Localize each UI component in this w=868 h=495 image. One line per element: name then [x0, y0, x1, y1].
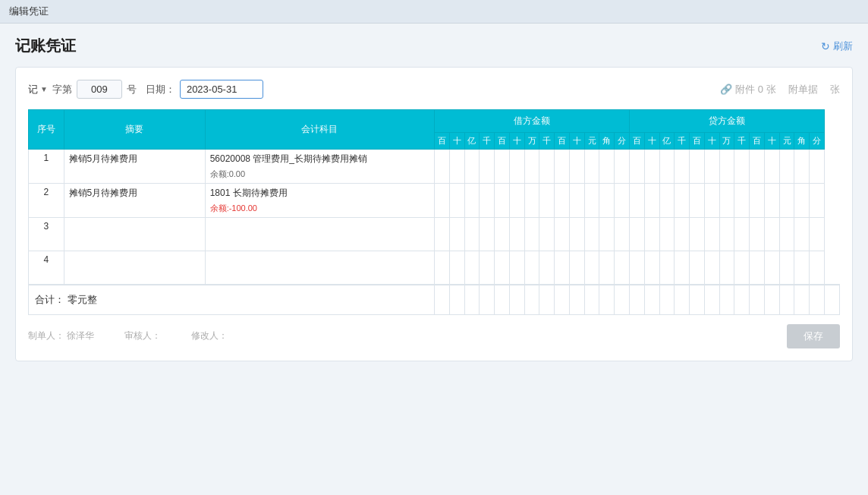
row3-d12[interactable] — [599, 218, 615, 251]
row1-d9[interactable] — [555, 150, 570, 184]
type-dropdown[interactable]: 记 ▼ — [28, 83, 48, 96]
row1-c8[interactable] — [734, 150, 750, 184]
row2-d9[interactable] — [555, 184, 570, 218]
save-button[interactable]: 保存 — [787, 324, 840, 348]
row4-c2[interactable] — [644, 251, 659, 285]
row3-c10[interactable] — [764, 218, 779, 251]
row4-d7[interactable] — [524, 251, 539, 285]
row2-d12[interactable] — [599, 184, 615, 218]
row1-d11[interactable] — [584, 150, 599, 184]
row1-c9[interactable] — [750, 150, 765, 184]
row4-c12[interactable] — [794, 251, 810, 285]
row2-d2[interactable] — [449, 184, 464, 218]
row4-d3[interactable] — [464, 251, 480, 285]
row3-d7[interactable] — [524, 218, 539, 251]
row4-c9[interactable] — [750, 251, 765, 285]
row3-d11[interactable] — [584, 218, 599, 251]
row4-c8[interactable] — [734, 251, 750, 285]
row3-c13[interactable] — [810, 218, 825, 251]
row2-c3[interactable] — [659, 184, 675, 218]
row1-d4[interactable] — [480, 150, 495, 184]
row2-d10[interactable] — [569, 184, 584, 218]
refresh-button[interactable]: ↻ 刷新 — [821, 39, 853, 53]
row4-d12[interactable] — [599, 251, 615, 285]
row2-c8[interactable] — [734, 184, 750, 218]
row3-account[interactable] — [205, 218, 434, 251]
row2-c13[interactable] — [810, 184, 825, 218]
row4-c6[interactable] — [704, 251, 719, 285]
row3-c11[interactable] — [779, 218, 794, 251]
row2-summary[interactable]: 摊销5月待摊费用 — [64, 184, 205, 218]
row4-d10[interactable] — [569, 251, 584, 285]
row4-d5[interactable] — [495, 251, 510, 285]
row1-c11[interactable] — [779, 150, 794, 184]
row3-c1[interactable] — [630, 218, 645, 251]
row4-d9[interactable] — [555, 251, 570, 285]
row1-c2[interactable] — [644, 150, 659, 184]
row4-d6[interactable] — [509, 251, 524, 285]
row1-c3[interactable] — [659, 150, 675, 184]
row2-c9[interactable] — [750, 184, 765, 218]
row3-d8[interactable] — [539, 218, 555, 251]
row2-c4[interactable] — [675, 184, 690, 218]
row4-d8[interactable] — [539, 251, 555, 285]
row1-d1[interactable] — [435, 150, 450, 184]
row1-c12[interactable] — [794, 150, 810, 184]
row2-d7[interactable] — [524, 184, 539, 218]
row3-c7[interactable] — [719, 218, 734, 251]
row2-c12[interactable] — [794, 184, 810, 218]
attachment-link[interactable]: 🔗 附件 0 张 — [720, 83, 776, 96]
row2-d5[interactable] — [495, 184, 510, 218]
row4-d2[interactable] — [449, 251, 464, 285]
row1-c10[interactable] — [764, 150, 779, 184]
row4-c7[interactable] — [719, 251, 734, 285]
row2-c7[interactable] — [719, 184, 734, 218]
row3-c9[interactable] — [750, 218, 765, 251]
row4-c3[interactable] — [659, 251, 675, 285]
row4-d11[interactable] — [584, 251, 599, 285]
row3-c12[interactable] — [794, 218, 810, 251]
row1-c1[interactable] — [630, 150, 645, 184]
row3-c3[interactable] — [659, 218, 675, 251]
row1-d13[interactable] — [615, 150, 630, 184]
row4-c13[interactable] — [810, 251, 825, 285]
row1-c7[interactable] — [719, 150, 734, 184]
row1-c6[interactable] — [704, 150, 719, 184]
row1-d6[interactable] — [509, 150, 524, 184]
row4-d4[interactable] — [480, 251, 495, 285]
row4-d13[interactable] — [615, 251, 630, 285]
row4-d1[interactable] — [435, 251, 450, 285]
row2-account[interactable]: 1801 长期待摊费用 余额:-100.00 — [205, 184, 434, 218]
row4-c1[interactable] — [630, 251, 645, 285]
row2-d8[interactable] — [539, 184, 555, 218]
row4-summary[interactable] — [64, 251, 205, 285]
row1-d5[interactable] — [495, 150, 510, 184]
row2-c1[interactable] — [630, 184, 645, 218]
row3-d4[interactable] — [480, 218, 495, 251]
row3-d9[interactable] — [555, 218, 570, 251]
row2-c11[interactable] — [779, 184, 794, 218]
row4-account[interactable] — [205, 251, 434, 285]
row1-c4[interactable] — [675, 150, 690, 184]
row1-d2[interactable] — [449, 150, 464, 184]
row3-d6[interactable] — [509, 218, 524, 251]
row3-c4[interactable] — [675, 218, 690, 251]
row4-c4[interactable] — [675, 251, 690, 285]
number-input[interactable] — [77, 80, 122, 99]
row4-c10[interactable] — [764, 251, 779, 285]
row4-c11[interactable] — [779, 251, 794, 285]
row1-d3[interactable] — [464, 150, 480, 184]
row2-d1[interactable] — [435, 184, 450, 218]
row3-d2[interactable] — [449, 218, 464, 251]
row3-summary[interactable] — [64, 218, 205, 251]
row2-c6[interactable] — [704, 184, 719, 218]
row1-account[interactable]: 56020008 管理费用_长期待摊费用摊销 余额:0.00 — [205, 150, 434, 184]
row3-d1[interactable] — [435, 218, 450, 251]
row4-c5[interactable] — [690, 251, 705, 285]
row2-d13[interactable] — [615, 184, 630, 218]
row1-d10[interactable] — [569, 150, 584, 184]
row2-c10[interactable] — [764, 184, 779, 218]
row1-d12[interactable] — [599, 150, 615, 184]
row3-c6[interactable] — [704, 218, 719, 251]
row2-d3[interactable] — [464, 184, 480, 218]
